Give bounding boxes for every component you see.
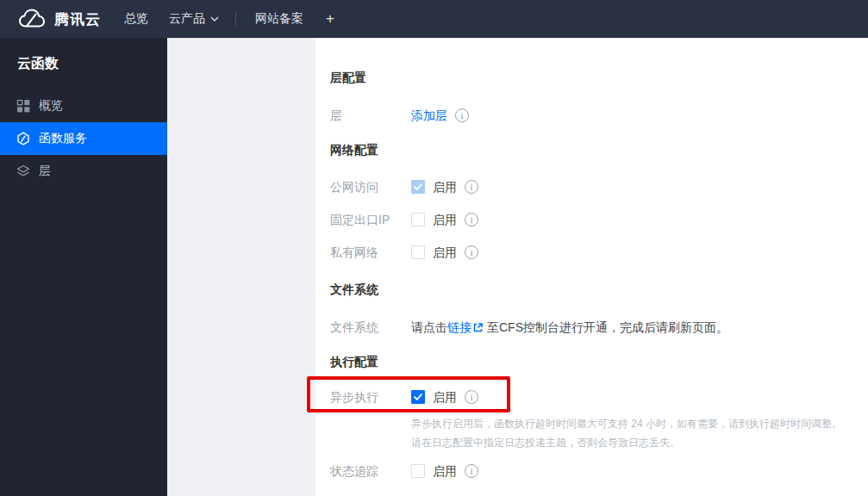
field-label-layer: 层 [330, 107, 411, 124]
sidebar: 云函数 概览 函数服务 [0, 38, 167, 496]
add-layer-link[interactable]: 添加层 [411, 107, 447, 124]
chevron-down-icon [210, 16, 219, 22]
section-title-layer-config: 层配置 [330, 69, 868, 86]
sidebar-item-layers[interactable]: 层 [0, 155, 167, 188]
tencent-cloud-logo[interactable]: 腾讯云 [17, 8, 101, 30]
form-row-vpc: 私有网络 启用 i [330, 243, 868, 262]
secondary-panel [167, 38, 315, 496]
status-tracing-checkbox[interactable] [411, 464, 425, 478]
grid-icon [16, 99, 30, 113]
enable-label: 启用 [433, 178, 457, 195]
description-line-2: 请在日志配置中指定日志投递主题，否则会导致日志丢失。 [411, 433, 868, 452]
section-title-network-config: 网络配置 [330, 141, 868, 158]
sidebar-item-label: 层 [39, 164, 51, 179]
nav-icp-filing[interactable]: 网站备案 [255, 11, 303, 27]
info-icon[interactable]: i [465, 180, 478, 194]
field-label-status-tracing: 状态追踪 [330, 462, 411, 480]
form-row-public-access: 公网访问 启用 i [330, 177, 868, 196]
sidebar-item-function-service[interactable]: 函数服务 [0, 122, 167, 155]
enable-label: 启用 [433, 388, 457, 406]
description-line-1: 异步执行启用后，函数执行超时时间最大可支持 24 小时，如有需要，请到执行超时时… [411, 414, 868, 433]
nav-cloud-products[interactable]: 云产品 [169, 11, 219, 27]
function-icon [16, 132, 30, 146]
sidebar-item-overview[interactable]: 概览 [0, 90, 167, 122]
fixed-ip-checkbox[interactable] [411, 213, 425, 226]
info-icon[interactable]: i [465, 213, 478, 226]
sidebar-title: 云函数 [0, 38, 167, 72]
nav-cloud-products-label: 云产品 [169, 11, 205, 27]
enable-label: 启用 [433, 211, 457, 228]
filesystem-hint-before: 请点击 [411, 319, 447, 336]
field-label-fixed-ip: 固定出口IP [330, 211, 411, 228]
form-row-layer: 层 添加层 i [330, 107, 868, 124]
settings-form: 层配置 层 添加层 i 网络配置 公网访问 启用 i 固定出口IP 启用 i 私… [315, 38, 868, 496]
async-execution-description: 异步执行启用后，函数执行超时时间最大可支持 24 小时，如有需要，请到执行超时时… [411, 414, 868, 452]
top-navbar: 腾讯云 总览 云产品 网站备案 + [0, 0, 868, 38]
enable-label: 启用 [433, 244, 457, 261]
section-title-execution-config: 执行配置 [330, 353, 868, 370]
layers-icon [16, 164, 30, 178]
enable-label: 启用 [433, 462, 457, 480]
nav-add-tab-button[interactable]: + [326, 10, 334, 28]
field-label-async-execution: 异步执行 [330, 388, 411, 406]
nav-overview[interactable]: 总览 [124, 11, 148, 27]
public-access-checkbox [411, 180, 425, 194]
field-label-filesystem: 文件系统 [330, 319, 411, 336]
field-label-vpc: 私有网络 [330, 244, 411, 261]
field-label-public-access: 公网访问 [330, 178, 411, 195]
async-execution-checkbox[interactable] [411, 390, 425, 404]
info-icon[interactable]: i [465, 390, 478, 404]
form-row-filesystem: 文件系统 请点击链接至CFS控制台进行开通，完成后请刷新页面。 [330, 319, 868, 336]
info-icon[interactable]: i [465, 245, 478, 259]
sidebar-menu: 概览 函数服务 层 [0, 90, 167, 188]
brand-name: 腾讯云 [54, 9, 101, 29]
filesystem-hint-after: 至CFS控制台进行开通，完成后请刷新页面。 [487, 319, 728, 336]
sidebar-item-label: 概览 [39, 98, 63, 114]
info-icon[interactable]: i [465, 464, 478, 478]
cfs-console-link[interactable]: 链接 [447, 319, 471, 336]
sidebar-item-label: 函数服务 [39, 131, 87, 146]
cloud-logo-icon [17, 8, 47, 30]
form-row-async-execution: 异步执行 启用 i [330, 388, 868, 406]
info-icon[interactable]: i [455, 108, 469, 122]
form-row-status-tracing: 状态追踪 启用 i [330, 462, 868, 480]
nav-divider [235, 11, 236, 27]
external-link-icon [472, 322, 484, 333]
vpc-checkbox[interactable] [411, 245, 425, 259]
section-title-filesystem: 文件系统 [330, 281, 868, 298]
form-row-fixed-ip: 固定出口IP 启用 i [330, 210, 868, 229]
